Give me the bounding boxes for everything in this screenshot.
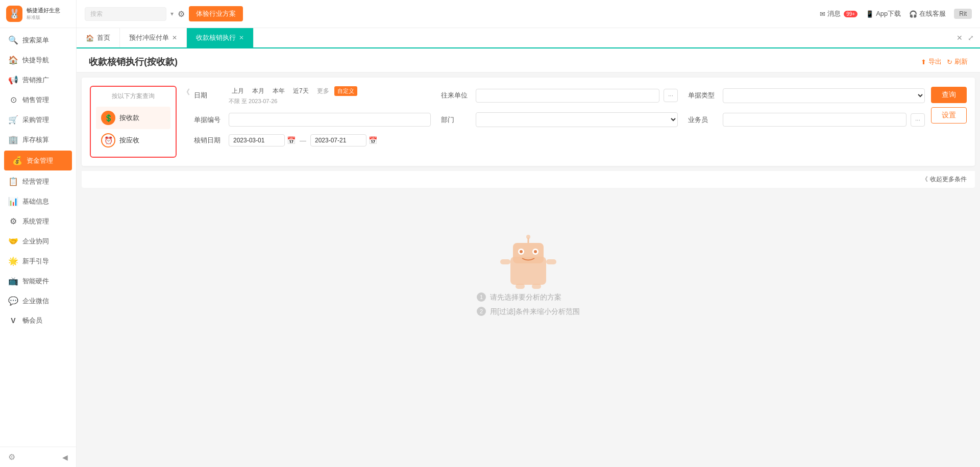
top-bar-left: 搜索 ▾ ⚙ 体验行业方案	[85, 6, 814, 21]
period-custom-badge: 自定义	[334, 86, 357, 96]
sidebar-item-wechat[interactable]: 💬 企业微信	[0, 291, 76, 311]
settle-date-start-input[interactable]: 2023-03-01	[229, 134, 285, 146]
page-actions: ⬆ 导出 ↻ 刷新	[921, 57, 968, 66]
svg-point-7	[526, 235, 530, 239]
collapse-filter-btn[interactable]: 《	[183, 86, 190, 158]
settle-date-start-cal-icon[interactable]: 📅	[287, 136, 296, 144]
svg-rect-10	[516, 284, 525, 289]
svg-point-5	[534, 250, 537, 253]
tab-close-all-icon[interactable]: ✕	[957, 34, 963, 42]
sidebar-item-hardware[interactable]: 📺 智能硬件	[0, 271, 76, 291]
sidebar-item-vip[interactable]: V 畅会员	[0, 311, 76, 330]
dept-label: 部门	[441, 115, 472, 125]
tab-expand-icon[interactable]: ⤢	[968, 34, 974, 42]
counterpart-label: 往来单位	[441, 91, 472, 100]
doc-no-input[interactable]	[229, 113, 431, 127]
export-icon: ⬆	[921, 58, 926, 66]
top-bar: 搜索 ▾ ⚙ 体验行业方案 ✉ 消息 99+ 📱 App下载 🎧 在线客服 Ri…	[77, 0, 980, 28]
sidebar-item-biz-mgmt[interactable]: 📋 经营管理	[0, 171, 76, 191]
settle-date-start-group: 2023-03-01 📅	[229, 134, 296, 146]
sidebar-item-funds[interactable]: 💰 资金管理	[4, 151, 72, 170]
doc-no-label: 单据编号	[194, 115, 225, 125]
settle-date-end-group: 2023-07-21 📅	[310, 134, 377, 146]
settle-date-end-input[interactable]: 2023-07-21	[310, 134, 366, 146]
query-btn[interactable]: 查询	[931, 87, 967, 103]
industry-btn[interactable]: 体验行业方案	[189, 6, 243, 21]
doc-no-row: 单据编号	[194, 113, 431, 127]
dept-select[interactable]	[476, 112, 678, 127]
period-btns: 上月 本月 本年 近7天 更多 自定义	[229, 86, 431, 96]
svg-point-4	[520, 250, 523, 253]
page-title: 收款核销执行(按收款)	[89, 56, 178, 68]
sidebar-item-sales[interactable]: ⊙ 销售管理	[0, 90, 76, 110]
filter-panel: 按以下方案查询 💲 按收款 ⏰ 按应收	[90, 86, 177, 158]
empty-instructions: 1 请先选择要分析的方案 2 用[过滤]条件来缩小分析范围	[477, 290, 580, 318]
period-last-month[interactable]: 上月	[229, 86, 247, 96]
tab-receipt-cancel-close-icon[interactable]: ✕	[239, 34, 244, 41]
empty-step1: 1 请先选择要分析的方案	[477, 290, 580, 304]
logo-icon: 🐰	[6, 6, 22, 22]
vip-icon: V	[8, 316, 18, 325]
biz-mgmt-icon: 📋	[8, 177, 18, 186]
staff-input[interactable]	[723, 113, 906, 127]
tab-prepay-close-icon[interactable]: ✕	[172, 34, 177, 41]
tabs-controls: ✕ ⤢	[950, 28, 980, 47]
doc-type-label: 单据类型	[688, 91, 719, 100]
date-label: 日期	[194, 91, 225, 100]
settings-icon[interactable]: ⚙	[8, 452, 15, 462]
logo-text: 畅捷通好生意	[27, 7, 60, 14]
staff-ellipsis-btn[interactable]: ···	[911, 113, 925, 127]
sidebar-item-quick-nav[interactable]: 🏠 快捷导航	[0, 50, 76, 70]
counterpart-input[interactable]	[476, 89, 659, 103]
doc-type-select[interactable]	[723, 88, 925, 103]
sidebar-item-search-menu[interactable]: 🔍 搜索菜单	[0, 30, 76, 50]
period-more[interactable]: 更多	[314, 86, 332, 96]
collapse-sidebar-btn[interactable]: ◀	[62, 453, 68, 461]
step1-circle: 1	[477, 292, 486, 302]
filter-option-by-receipt[interactable]: 💲 按收款	[96, 107, 170, 129]
top-dropdown-icon[interactable]: ▾	[170, 10, 174, 17]
tab-home[interactable]: 🏠 首页	[77, 28, 120, 47]
query-btn-col: 查询 设置	[931, 86, 967, 158]
sidebar-item-base-info[interactable]: 📊 基础信息	[0, 191, 76, 211]
export-label: 导出	[928, 57, 942, 66]
sidebar-item-newbie[interactable]: 🌟 新手引导	[0, 251, 76, 271]
app-label: App下载	[876, 9, 901, 18]
sidebar-item-purchase[interactable]: 🛒 采购管理	[0, 110, 76, 130]
app-download-btn[interactable]: 📱 App下载	[866, 9, 901, 18]
top-bar-right: ✉ 消息 99+ 📱 App下载 🎧 在线客服 Rit	[820, 9, 972, 19]
settings-gear-icon[interactable]: ⚙	[178, 9, 185, 19]
settle-date-end-cal-icon[interactable]: 📅	[369, 136, 377, 144]
service-icon: 🎧	[909, 10, 917, 18]
filter-panel-title: 按以下方案查询	[96, 92, 170, 101]
collapse-more-bar: 《 收起更多条件	[82, 171, 975, 188]
user-avatar[interactable]: Rit	[954, 9, 972, 19]
top-search-box[interactable]: 搜索	[85, 7, 166, 21]
period-7days[interactable]: 近7天	[290, 86, 312, 96]
sidebar-item-inventory[interactable]: 🏢 库存核算	[0, 130, 76, 150]
tab-receipt-cancel[interactable]: 收款核销执行 ✕	[187, 28, 254, 47]
sidebar-item-enterprise[interactable]: 🤝 企业协同	[0, 231, 76, 251]
refresh-icon: ↻	[947, 58, 952, 66]
period-this-month[interactable]: 本月	[249, 86, 267, 96]
settings-btn[interactable]: 设置	[931, 107, 967, 124]
refresh-btn[interactable]: ↻ 刷新	[947, 57, 968, 66]
by-payable-icon: ⏰	[101, 133, 115, 148]
tab-prepay[interactable]: 预付冲应付单 ✕	[120, 28, 187, 47]
purchase-icon: 🛒	[8, 115, 18, 125]
messages-label: 消息	[827, 9, 841, 18]
app-icon: 📱	[866, 10, 874, 18]
step2-circle: 2	[477, 307, 486, 316]
wechat-icon: 💬	[8, 296, 18, 306]
svg-rect-8	[500, 259, 510, 264]
sidebar-item-sys-mgmt[interactable]: ⚙ 系统管理	[0, 211, 76, 231]
collapse-more-btn[interactable]: 《 收起更多条件	[914, 171, 975, 188]
sidebar-item-marketing[interactable]: 📢 营销推广	[0, 70, 76, 90]
online-service-btn[interactable]: 🎧 在线客服	[909, 9, 946, 18]
messages-btn[interactable]: ✉ 消息 99+	[820, 9, 857, 18]
counterpart-ellipsis-btn[interactable]: ···	[664, 89, 678, 102]
period-this-year[interactable]: 本年	[270, 86, 288, 96]
tab-prepay-label: 预付冲应付单	[129, 33, 169, 42]
filter-option-by-payable[interactable]: ⏰ 按应收	[96, 129, 170, 152]
export-btn[interactable]: ⬆ 导出	[921, 57, 942, 66]
